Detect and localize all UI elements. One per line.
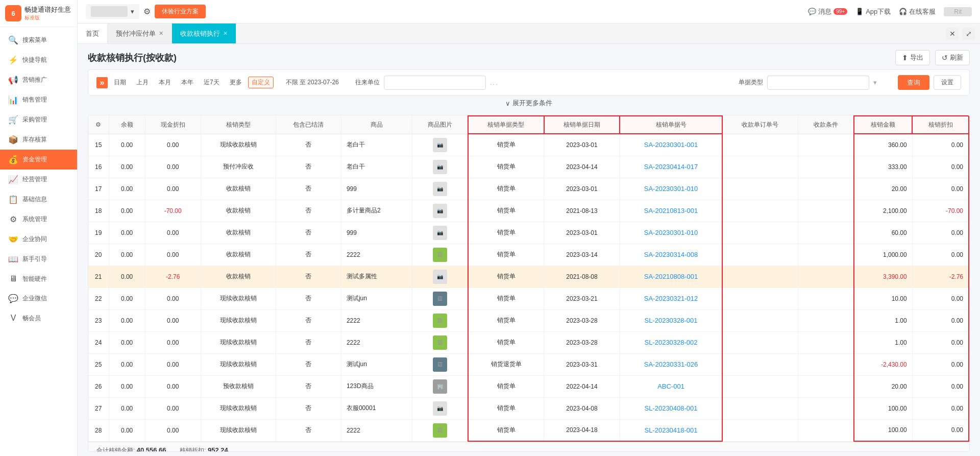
tab-verify[interactable]: 收款核销执行 ✕: [172, 23, 236, 43]
cell-receipt-condition: [798, 419, 854, 441]
date-this-month[interactable]: 本月: [155, 77, 175, 88]
cell-included-settled: 否: [276, 244, 341, 266]
sidebar-item-企业微信[interactable]: 💬企业微信: [0, 289, 77, 308]
date-options: 上月 本月 本年 近7天 更多 自定义: [132, 77, 274, 88]
bill-no-link[interactable]: SA-20210813-001: [644, 207, 698, 214]
sidebar-icon: 📦: [8, 135, 18, 145]
cell-id: 23: [88, 309, 109, 331]
bill-no-link[interactable]: SL-20230408-001: [644, 404, 697, 412]
bill-no-link[interactable]: SA-20230331-026: [644, 361, 698, 368]
query-button[interactable]: 查询: [898, 75, 929, 90]
cell-verify-bill-type: 销货单: [468, 331, 544, 353]
sidebar-item-基础信息[interactable]: 📋基础信息: [0, 189, 77, 209]
bill-no-link[interactable]: SA-20230321-012: [644, 295, 698, 302]
cell-verify-discount: -2.76: [912, 266, 969, 287]
sidebar-item-搜索菜单[interactable]: 🔍搜索菜单: [0, 30, 77, 50]
tab-maximize[interactable]: ⤢: [963, 28, 975, 40]
voucher-type-input[interactable]: [767, 76, 869, 90]
cell-verify-amount: 333.00: [854, 156, 912, 178]
date-this-year[interactable]: 本年: [177, 77, 198, 88]
date-last-month[interactable]: 上月: [132, 77, 153, 88]
counterpart-input[interactable]: [384, 76, 486, 90]
messages-button[interactable]: 💬 消息 99+: [808, 7, 847, 16]
bill-no-link[interactable]: SL-20230328-002: [644, 339, 697, 346]
sidebar-item-快捷导航[interactable]: ⚡快捷导航: [0, 50, 77, 70]
tab-home[interactable]: 首页: [78, 23, 108, 43]
dropdown-icon: ▾: [873, 79, 877, 86]
cell-verify-discount: 0.00: [912, 331, 969, 353]
filter-expand-button[interactable]: »: [96, 77, 108, 88]
cell-product: 多计量商品2: [341, 200, 412, 222]
bill-no-link[interactable]: SA-20230314-008: [644, 251, 698, 258]
export-button[interactable]: ⬆ 导出: [895, 50, 930, 65]
sidebar-item-系统管理[interactable]: ⚙系统管理: [0, 209, 77, 229]
bill-no-link[interactable]: SA-20230301-001: [644, 141, 698, 149]
counterpart-dots: ...: [490, 79, 499, 86]
bill-no-link[interactable]: SL-20230328-001: [644, 317, 697, 324]
cell-id: 18: [88, 200, 109, 222]
cell-product: 2222: [341, 419, 412, 441]
sidebar-item-采购管理[interactable]: 🛒采购管理: [0, 110, 77, 130]
cell-verify-discount: 0.00: [912, 287, 969, 309]
topbar-left: ▾ ⚙ 休验行业方案: [86, 4, 802, 19]
company-selector[interactable]: ▾: [86, 4, 139, 19]
sidebar-icon: 🛒: [8, 115, 18, 125]
expand-more[interactable]: ∨ 展开更多条件: [78, 95, 980, 111]
cell-product-img: 🖼: [412, 331, 468, 353]
sidebar-item-资金管理[interactable]: 💰资金管理: [0, 150, 77, 170]
table-row: 24 0.00 0.00 现续收款核销 否 2222 🖼 销货单 2023-03…: [88, 331, 969, 353]
cell-receipt-order: [722, 331, 798, 353]
cell-verify-type: 现续收款核销: [201, 287, 276, 309]
column-settings-th[interactable]: ⚙: [88, 116, 109, 134]
bill-no-link[interactable]: ABC-001: [657, 382, 684, 390]
sidebar-item-营销推广[interactable]: 📢营销推广: [0, 70, 77, 90]
sidebar-label: 库存核算: [22, 135, 47, 144]
cell-included-settled: 否: [276, 266, 341, 287]
filter-settings-button[interactable]: 设置: [934, 75, 961, 90]
sidebar-item-新手引导[interactable]: 📖新手引导: [0, 249, 77, 269]
sidebar-label: 企业微信: [22, 294, 47, 303]
sidebar-item-智能硬件[interactable]: 🖥智能硬件: [0, 269, 77, 289]
cell-receipt-condition: [798, 156, 854, 178]
cell-verify-bill-no: SA-20210813-001: [620, 200, 722, 222]
cell-product-img: 📷: [412, 397, 468, 419]
cell-receipt-order: [722, 419, 798, 441]
industry-button[interactable]: 休验行业方案: [155, 5, 206, 18]
tab-prepay-close[interactable]: ✕: [159, 30, 163, 37]
sidebar-item-销售管理[interactable]: 📊销售管理: [0, 90, 77, 110]
table-row: 25 0.00 0.00 现续收款核销 否 测试jun 🖼 销货退货单 2023…: [88, 353, 969, 375]
data-table-container: ⚙ 余额 现金折扣 核销类型 包含已结清 商品 商品图片 核销单据类型 核销单据…: [88, 115, 970, 452]
date-custom[interactable]: 自定义: [248, 77, 274, 88]
bill-no-link[interactable]: SA-20230301-010: [644, 185, 698, 193]
cell-verify-bill-no: SA-20230321-012: [620, 287, 722, 309]
sidebar-item-经营管理[interactable]: 📈经营管理: [0, 170, 77, 189]
cell-verify-discount: 0.00: [912, 244, 969, 266]
tab-close-all[interactable]: ✕: [946, 28, 959, 40]
cell-verify-bill-type: 销货单: [468, 287, 544, 309]
tab-prepay[interactable]: 预付冲应付单 ✕: [108, 23, 172, 43]
total-amount-label: 合计核销金额: 40,556,66...: [96, 446, 172, 452]
sidebar-icon: 💬: [8, 294, 18, 303]
refresh-button[interactable]: ↺ 刷新: [935, 50, 970, 65]
online-service-button[interactable]: 🎧 在线客服: [899, 7, 936, 16]
date-more[interactable]: 更多: [226, 77, 246, 88]
company-name: [91, 6, 128, 17]
sidebar-label: 畅会员: [22, 314, 41, 323]
bill-no-link[interactable]: SA-20230301-010: [644, 229, 698, 236]
date-7days[interactable]: 近7天: [200, 77, 224, 88]
bill-no-link[interactable]: SA-20210808-001: [644, 273, 698, 280]
tab-verify-close[interactable]: ✕: [223, 30, 228, 37]
cell-remainder: 0.00: [109, 178, 145, 200]
app-download-button[interactable]: 📱 App下载: [855, 7, 891, 16]
bill-no-link[interactable]: SA-20230414-017: [644, 163, 698, 171]
bill-no-link[interactable]: SL-20230418-001: [644, 426, 697, 434]
sidebar-item-企业协同[interactable]: 🤝企业协同: [0, 229, 77, 249]
user-info[interactable]: Rit: [944, 7, 972, 16]
sidebar-item-库存核算[interactable]: 📦库存核算: [0, 130, 77, 150]
gear-settings[interactable]: ⚙: [143, 7, 151, 16]
cell-verify-amount: 60.00: [854, 222, 912, 244]
cell-verify-bill-no: SA-20230301-001: [620, 134, 722, 156]
table-row: 21 0.00 -2.76 收款核销 否 测试多属性 📷 销货单 2021-08…: [88, 266, 969, 287]
cell-verify-type: 现续收款核销: [201, 331, 276, 353]
sidebar-item-畅会员[interactable]: V畅会员: [0, 308, 77, 328]
